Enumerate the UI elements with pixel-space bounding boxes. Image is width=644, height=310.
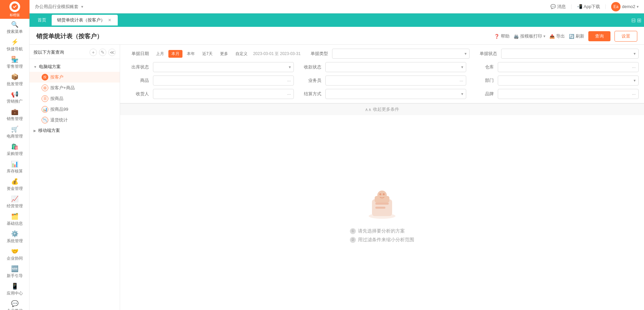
corpwx-icon: 💬 bbox=[11, 300, 18, 307]
page-title-row: 销货单统计表（按客户） ❓ 帮助 🖨️ 按模板打印 ▾ 📤 导出 bbox=[36, 31, 637, 42]
tab-close-icon[interactable]: ✕ bbox=[107, 17, 112, 23]
sidebar-item-purchase[interactable]: 🛍️ 采购管理 bbox=[0, 141, 29, 158]
appcenter-icon: 📱 bbox=[11, 282, 18, 290]
collapse-bar[interactable]: ∧∧ 收起更多条件 bbox=[120, 103, 644, 115]
tree-section: ▼ 电脑端方案 按 按客户 ⊞ 按客户+商品 ☰ 按商品 bbox=[30, 59, 120, 138]
goods-input[interactable]: ··· bbox=[153, 75, 294, 86]
tab-sales-stat[interactable]: 销货单统计表（按客户） ✕ bbox=[52, 15, 118, 25]
sidebar-item-marketing[interactable]: 📢 营销推广 bbox=[0, 89, 29, 106]
logo: 标橙版 bbox=[0, 0, 30, 19]
tree-child-bysp[interactable]: ☰ 按商品 bbox=[30, 93, 120, 104]
sidebar-item-search[interactable]: 🔍 搜索菜单 bbox=[0, 19, 29, 36]
template-print-btn[interactable]: 🖨️ 按模板打印 ▾ bbox=[514, 33, 545, 39]
help-label: 帮助 bbox=[501, 33, 509, 39]
app-download-label: App下载 bbox=[584, 4, 600, 10]
sidebar-item-operations-label: 经营管理 bbox=[7, 203, 23, 209]
tree-child-bykh[interactable]: 按 按客户 bbox=[30, 72, 120, 83]
sidebar-item-newuser[interactable]: 🆕 新手引导 bbox=[0, 263, 29, 280]
sidebar-item-operations[interactable]: 📈 经营管理 bbox=[0, 193, 29, 211]
date-btn-thisyear[interactable]: 本年 bbox=[184, 50, 198, 58]
scheme-bar-icon: 📊 bbox=[42, 106, 48, 113]
divider1 bbox=[571, 4, 572, 9]
settlement-select[interactable]: ▾ bbox=[325, 89, 466, 99]
sidebar-item-retail-label: 零售管理 bbox=[7, 64, 23, 69]
template-print-label: 按模板打印 bbox=[520, 33, 542, 39]
tab-home[interactable]: 首页 bbox=[32, 15, 52, 25]
quicknav-icon: ⚡ bbox=[11, 38, 18, 46]
department-select[interactable]: ▾ bbox=[498, 75, 639, 86]
tree-child-returns[interactable]: 📉 退货统计 bbox=[30, 115, 120, 125]
tree-parent-mobile[interactable]: ▶ 移动端方案 bbox=[30, 125, 120, 136]
sidebar-item-finance[interactable]: 💰 资金管理 bbox=[0, 176, 29, 193]
refresh-btn[interactable]: 🔄 刷新 bbox=[569, 33, 584, 39]
out-status-chevron: ▾ bbox=[289, 65, 291, 69]
search-icon: 🔍 bbox=[11, 21, 18, 28]
user-menu[interactable]: Ea demo2 ▾ bbox=[611, 2, 639, 11]
filter-row-1: 单据日期 上月 本月 本年 近7天 更多 自定义 2023-03-01 至 20… bbox=[125, 49, 639, 59]
sidebar-item-system[interactable]: ⚙️ 系统管理 bbox=[0, 228, 29, 246]
sidebar-item-appcenter[interactable]: 📱 应用中心 bbox=[0, 280, 29, 298]
date-btn-thismonth[interactable]: 本月 bbox=[168, 50, 182, 58]
warehouse-input[interactable]: ··· bbox=[498, 62, 639, 72]
sidebar-item-corpwx[interactable]: 💬 企业微信 bbox=[0, 298, 29, 310]
message-label: 消息 bbox=[557, 4, 566, 10]
order-status-select[interactable]: ▾ bbox=[501, 49, 639, 59]
salesperson-input[interactable]: ··· bbox=[325, 75, 466, 86]
date-btn-last7days[interactable]: 近7天 bbox=[199, 50, 216, 58]
filter-row-4: 收货人 ··· 结算方式 ▾ 品牌 ··· bbox=[125, 89, 639, 99]
receipt-status-select[interactable]: ▾ bbox=[325, 62, 466, 72]
sidebar-item-quicknav[interactable]: ⚡ 快捷导航 bbox=[0, 36, 29, 54]
receiver-input[interactable]: ··· bbox=[153, 89, 294, 99]
tree-child-bysp99[interactable]: 📊 按商品99 bbox=[30, 104, 120, 115]
empty-hint-1-text: 请先选择要分析的方案 bbox=[358, 228, 405, 234]
sidebar-item-sales[interactable]: 💼 销售管理 bbox=[0, 106, 29, 123]
brand-label: 品牌 bbox=[470, 91, 494, 97]
date-btn-lastmonth[interactable]: 上月 bbox=[153, 50, 167, 58]
tree-child-bykhsp[interactable]: ⊞ 按客户+商品 bbox=[30, 83, 120, 93]
order-type-select[interactable]: ▾ bbox=[332, 49, 470, 59]
export-label: 导出 bbox=[556, 33, 565, 39]
collapse-up-icon: ∧∧ bbox=[365, 107, 372, 112]
sidebar-item-inventory[interactable]: 📊 库存核算 bbox=[0, 158, 29, 176]
add-scheme-btn[interactable]: + bbox=[90, 49, 97, 56]
print-chevron-icon: ▾ bbox=[543, 34, 545, 39]
sidebar-item-wholesale[interactable]: 📦 批发管理 bbox=[0, 71, 29, 89]
brand-input[interactable]: ··· bbox=[498, 89, 639, 99]
export-btn[interactable]: 📤 导出 bbox=[549, 33, 565, 39]
empty-illustration bbox=[362, 183, 402, 223]
edit-scheme-btn[interactable]: ✎ bbox=[99, 49, 106, 56]
ecommerce-icon: 🛒 bbox=[11, 125, 18, 133]
tree-parent-pc[interactable]: ▼ 电脑端方案 bbox=[30, 62, 120, 72]
breadcrumb-text: 办公用品行业模拟账套 bbox=[35, 4, 78, 10]
date-btn-custom[interactable]: 自定义 bbox=[232, 50, 251, 58]
sidebar-item-basic-label: 基础信息 bbox=[7, 221, 23, 226]
empty-hint-2: ② 用过滤条件来缩小分析范围 bbox=[350, 237, 414, 243]
svg-rect-8 bbox=[375, 207, 385, 209]
sidebar-item-enterprise[interactable]: 🤝 企业协同 bbox=[0, 246, 29, 263]
help-btn[interactable]: ❓ 帮助 bbox=[494, 33, 509, 39]
app-download-btn[interactable]: 📲 App下载 bbox=[577, 4, 600, 10]
message-btn[interactable]: 💬 消息 bbox=[550, 4, 566, 10]
collapse-panel-btn[interactable]: ≪ bbox=[108, 49, 116, 56]
inventory-icon: 📊 bbox=[11, 160, 18, 168]
date-btn-more[interactable]: 更多 bbox=[217, 50, 231, 58]
out-status-label: 出库状态 bbox=[125, 64, 149, 70]
svg-point-4 bbox=[377, 191, 387, 200]
tab-minimize-icon[interactable]: ⊟ bbox=[631, 17, 636, 23]
query-button[interactable]: 查询 bbox=[588, 31, 610, 41]
sidebar-item-newuser-label: 新手引导 bbox=[7, 273, 23, 279]
order-status-label: 单据状态 bbox=[474, 51, 497, 57]
sidebar-item-basic[interactable]: 🗂️ 基础信息 bbox=[0, 211, 29, 228]
out-status-select[interactable]: ▾ bbox=[153, 62, 294, 72]
sales-icon: 💼 bbox=[11, 108, 18, 115]
tab-expand-icon[interactable]: ⊞ bbox=[637, 17, 641, 23]
content-area: 按以下方案查询 + ✎ ≪ ▼ 电脑端方案 按 按客户 bbox=[30, 45, 644, 310]
settings-button[interactable]: 设置 bbox=[614, 31, 637, 42]
sidebar-item-retail[interactable]: 🏪 零售管理 bbox=[0, 54, 29, 71]
sidebar-item-finance-label: 资金管理 bbox=[7, 186, 23, 192]
warehouse-dots: ··· bbox=[632, 65, 636, 70]
sidebar-item-ecommerce[interactable]: 🛒 电商管理 bbox=[0, 123, 29, 141]
tree-parent-mobile-label: 移动端方案 bbox=[38, 127, 60, 134]
warehouse-label: 仓库 bbox=[470, 64, 494, 70]
left-panel-header: 按以下方案查询 + ✎ ≪ bbox=[30, 45, 120, 59]
